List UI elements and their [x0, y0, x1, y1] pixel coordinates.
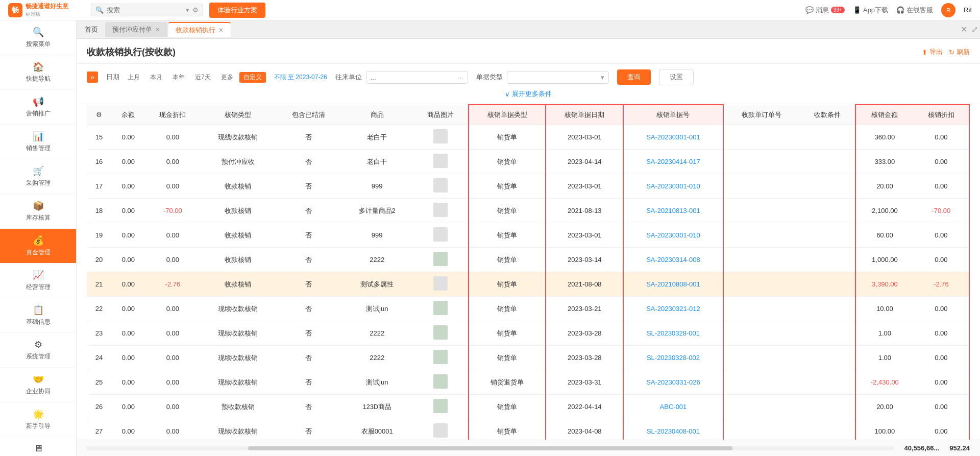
th-settings[interactable]: ⚙: [87, 105, 111, 125]
sales-icon: 📊: [33, 131, 44, 142]
cell-no: 16: [87, 150, 111, 174]
cell-collection-order-no: [723, 321, 800, 346]
cell-cash-discount: 0.00: [145, 297, 201, 321]
cell-writeoff-bill-no[interactable]: SA-20230301-010: [623, 223, 723, 248]
cell-collection-order-no: [723, 248, 800, 272]
cell-collection-order-no: [723, 346, 800, 370]
cell-writeoff-bill-no[interactable]: SA-20210813-001: [623, 199, 723, 223]
cell-writeoff-bill-no[interactable]: SA-20230301-001: [623, 125, 723, 150]
service-icon: 🎧: [896, 6, 904, 14]
table-row: 23 0.00 0.00 现续收款核销 否 2222 销货单 2023-03-2…: [87, 321, 969, 346]
online-service-btn[interactable]: 🎧 在线客服: [896, 6, 933, 15]
cell-verify-type: 现续收款核销: [200, 419, 276, 440]
table-container[interactable]: ⚙ 余额 现金折扣 核销类型 包含已结清 商品 商品图片 核销单据类型 核销单据…: [77, 104, 980, 440]
cell-writeoff-bill-no[interactable]: SA-20230321-012: [623, 297, 723, 321]
cell-goods: 测试jun: [341, 297, 413, 321]
gear-icon-top[interactable]: ⚙: [192, 6, 199, 14]
tab-expand-icon[interactable]: ⤢: [971, 25, 978, 34]
tab-prepay[interactable]: 预付冲应付单 ✕: [105, 22, 167, 37]
sidebar-item-operation[interactable]: 📈 经营管理: [0, 263, 76, 298]
cell-include-clear: 否: [276, 223, 341, 248]
date-this-year[interactable]: 本年: [168, 72, 189, 83]
cell-writeoff-bill-type: 销货单: [469, 346, 546, 370]
sidebar-item-system[interactable]: ⚙ 系统管理: [0, 333, 76, 368]
tab-home[interactable]: 首页: [79, 25, 104, 34]
sidebar-item-finance[interactable]: 💰 资金管理: [0, 229, 76, 263]
cell-writeoff-bill-no[interactable]: ABC-001: [623, 395, 723, 419]
cell-writeoff-bill-no[interactable]: SA-20230414-017: [623, 150, 723, 174]
basic-icon: 📋: [33, 304, 44, 316]
cell-cash-discount: 0.00: [145, 248, 201, 272]
cell-cash-discount: 0.00: [145, 223, 201, 248]
cell-cash-discount: 0.00: [145, 419, 201, 440]
date-shortcuts: 上月 本月 本年 近7天 更多 自定义: [124, 72, 266, 83]
date-last-month[interactable]: 上月: [124, 72, 144, 83]
date-more[interactable]: 更多: [217, 72, 237, 83]
sidebar-item-purchase[interactable]: 🛒 采购管理: [0, 159, 76, 194]
tab-collection-close[interactable]: ✕: [218, 27, 224, 34]
purchase-icon: 🛒: [33, 165, 44, 177]
search-input[interactable]: [107, 6, 183, 14]
setting-btn[interactable]: 设置: [659, 69, 694, 85]
cell-writeoff-bill-type: 销货单: [469, 150, 546, 174]
cell-writeoff-bill-type: 销货单: [469, 223, 546, 248]
th-goods: 商品: [341, 105, 413, 125]
cell-goods-img: [412, 395, 468, 419]
cell-verify-type: 收款核销: [200, 223, 276, 248]
cell-writeoff-bill-no[interactable]: SA-20210808-001: [623, 272, 723, 297]
app-download-btn[interactable]: 📱 App下载: [853, 6, 888, 15]
expand-more-btn[interactable]: ∨ 展开更多条件: [505, 89, 552, 99]
cell-writeoff-bill-no[interactable]: SL-20230408-001: [623, 419, 723, 440]
search-btn[interactable]: 查询: [617, 69, 651, 85]
sidebar-item-inventory[interactable]: 📦 库存核算: [0, 194, 76, 229]
tab-collection[interactable]: 收款核销执行 ✕: [168, 22, 231, 37]
cell-writeoff-bill-no[interactable]: SL-20230328-002: [623, 346, 723, 370]
sidebar-item-marketing[interactable]: 📢 营销推广: [0, 90, 76, 125]
cell-writeoff-bill-no[interactable]: SL-20230328-001: [623, 321, 723, 346]
sidebar-item-sales[interactable]: 📊 销售管理: [0, 125, 76, 159]
sidebar-item-enterprise[interactable]: 🤝 企业协同: [0, 368, 76, 402]
cell-goods: 测试jun: [341, 370, 413, 395]
cell-writeoff-bill-no[interactable]: SA-20230331-026: [623, 370, 723, 395]
logo-name: 畅捷通谱好生意: [26, 2, 68, 11]
tab-close-all-icon[interactable]: ✕: [961, 25, 967, 34]
cell-writeoff-bill-type: 销货单: [469, 272, 546, 297]
cell-writeoff-discount: 0.00: [914, 419, 969, 440]
top-search-box[interactable]: 🔍 ▾ ⚙: [91, 4, 203, 16]
tab-prepay-close[interactable]: ✕: [155, 26, 160, 33]
date-last-7days[interactable]: 近7天: [191, 72, 215, 83]
cell-writeoff-bill-type: 销货单: [469, 297, 546, 321]
cell-writeoff-bill-no[interactable]: SA-20230314-008: [623, 248, 723, 272]
table-row: 18 0.00 -70.00 收款核销 否 多计量商品2 销货单 2021-08…: [87, 199, 969, 223]
cell-writeoff-amount: 100.00: [855, 419, 914, 440]
search-menu-icon: 🔍: [33, 27, 44, 38]
export-btn[interactable]: ⬆ 导出: [922, 47, 943, 57]
date-this-month[interactable]: 本月: [146, 72, 166, 83]
refresh-btn[interactable]: ↻ 刷新: [949, 47, 970, 57]
message-btn[interactable]: 💬 消息 99+: [805, 6, 845, 15]
cell-writeoff-bill-date: 2023-03-28: [546, 346, 623, 370]
voucher-type-select[interactable]: ▾: [507, 71, 609, 84]
cell-writeoff-bill-no[interactable]: SA-20230301-010: [623, 174, 723, 199]
cell-writeoff-amount: 10.00: [855, 297, 914, 321]
cell-no: 25: [87, 370, 111, 395]
date-custom[interactable]: 自定义: [239, 72, 266, 83]
system-icon: ⚙: [34, 339, 42, 350]
cell-cash-discount: -2.76: [145, 272, 201, 297]
sidebar-item-quicknav[interactable]: 🏠 快捷导航: [0, 55, 76, 90]
sidebar-item-hardware[interactable]: 🖥 智能硬件: [0, 437, 76, 456]
sidebar-item-newbie[interactable]: 🌟 新手引导: [0, 402, 76, 437]
filter-collapse-btn[interactable]: »: [87, 71, 98, 83]
cell-collection-condition: [800, 370, 855, 395]
filter-bar: » 日期 上月 本月 本年 近7天 更多 自定义 不限 至 202: [77, 64, 980, 104]
th-collection-condition: 收款条件: [800, 105, 855, 125]
dropdown-icon: ▾: [186, 6, 189, 14]
cell-collection-condition: [800, 125, 855, 150]
sidebar-item-basic[interactable]: 📋 基础信息: [0, 298, 76, 333]
counterparty-select[interactable]: ... ···: [366, 71, 468, 84]
cell-writeoff-discount: -2.76: [914, 272, 969, 297]
sidebar-item-search[interactable]: 🔍 搜索菜单: [0, 20, 76, 55]
cell-balance: 0.00: [111, 321, 145, 346]
enterprise-icon: 🤝: [33, 374, 44, 385]
trial-btn[interactable]: 体验行业方案: [209, 3, 265, 18]
